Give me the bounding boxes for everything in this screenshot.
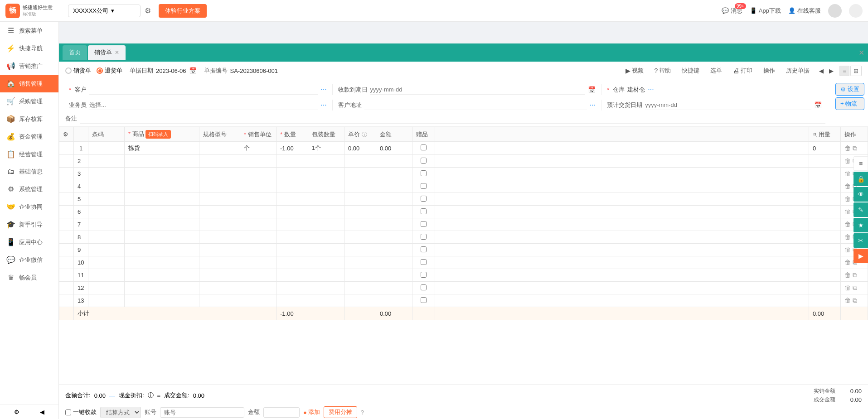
sidebar-item-wechat[interactable]: 💬 企业微信 xyxy=(0,251,58,269)
add-button[interactable]: ● 添加 xyxy=(303,408,320,416)
sidebar-item-system[interactable]: ⚙ 系统管理 xyxy=(0,180,58,198)
row-barcode[interactable] xyxy=(88,244,125,256)
gear-icon[interactable]: ⚙ xyxy=(63,131,68,138)
row-barcode[interactable] xyxy=(88,193,125,206)
row-amount[interactable]: 0.00 xyxy=(376,142,412,155)
row-amount[interactable] xyxy=(376,294,412,307)
row-unit[interactable] xyxy=(240,168,276,180)
row-spec[interactable] xyxy=(199,142,240,155)
tab-sales-order[interactable]: 销货单 ✕ xyxy=(88,45,126,60)
row-barcode[interactable] xyxy=(88,168,125,180)
row-qty[interactable] xyxy=(276,256,308,269)
tab-close-icon[interactable]: ✕ xyxy=(115,49,119,56)
company-selector[interactable]: XXXXXX公司 ▾ xyxy=(68,5,141,17)
row-price[interactable] xyxy=(344,155,376,168)
row-pkg[interactable] xyxy=(308,282,344,294)
row-pkg[interactable] xyxy=(308,256,344,269)
row-pkg[interactable] xyxy=(308,231,344,244)
row-unit[interactable] xyxy=(240,269,276,282)
delete-icon[interactable]: 🗑 xyxy=(844,284,851,292)
row-qty[interactable] xyxy=(276,282,308,294)
row-gift[interactable] xyxy=(412,282,435,294)
sidebar-item-inventory[interactable]: 📦 库存核算 xyxy=(0,110,58,128)
row-qty[interactable] xyxy=(276,168,308,180)
copy-icon[interactable]: ⧉ xyxy=(853,271,857,279)
row-spec[interactable] xyxy=(199,294,240,307)
row-pkg[interactable] xyxy=(308,193,344,206)
row-qty[interactable] xyxy=(276,269,308,282)
row-price[interactable] xyxy=(344,256,376,269)
operate-button[interactable]: 操作 xyxy=(760,65,779,76)
row-price[interactable] xyxy=(344,269,376,282)
salesperson-input[interactable] xyxy=(89,100,318,110)
settings-gear-button[interactable]: ⚙ xyxy=(141,4,155,18)
row-pkg[interactable] xyxy=(308,294,344,307)
row-unit[interactable] xyxy=(240,294,276,307)
row-price[interactable] xyxy=(344,218,376,231)
rf-btn-2[interactable]: 🔒 xyxy=(853,172,868,186)
sidebar-item-operation[interactable]: 📋 经营管理 xyxy=(0,145,58,163)
customer-addr-dots[interactable]: ··· xyxy=(590,101,596,109)
row-spec[interactable] xyxy=(199,231,240,244)
row-spec[interactable] xyxy=(199,193,240,206)
cash-discount-help[interactable]: ⓘ xyxy=(148,391,154,400)
row-unit[interactable] xyxy=(240,231,276,244)
row-unit[interactable] xyxy=(240,155,276,168)
row-qty[interactable] xyxy=(276,294,308,307)
rf-btn-5[interactable]: ★ xyxy=(853,218,868,232)
one-click-checkbox[interactable] xyxy=(65,409,71,415)
tab-home[interactable]: 首页 xyxy=(63,45,87,60)
pay-method-select[interactable]: 结算方式 xyxy=(100,407,141,418)
delete-icon[interactable]: 🗑 xyxy=(844,259,851,266)
row-spec[interactable] xyxy=(199,206,240,218)
row-gift[interactable] xyxy=(412,218,435,231)
user-avatar[interactable] xyxy=(828,4,842,18)
row-goods[interactable] xyxy=(125,282,199,294)
row-goods[interactable] xyxy=(125,218,199,231)
row-unit[interactable] xyxy=(240,244,276,256)
delete-icon[interactable]: 🗑 xyxy=(844,221,851,228)
row-barcode[interactable] xyxy=(88,231,125,244)
delete-icon[interactable]: 🗑 xyxy=(844,170,851,178)
one-click-pay[interactable]: 一键收款 xyxy=(65,408,97,416)
row-barcode[interactable] xyxy=(88,269,125,282)
row-goods[interactable] xyxy=(125,256,199,269)
delete-icon[interactable]: 🗑 xyxy=(844,208,851,216)
notification-button[interactable]: 💬 消息 99+ xyxy=(722,7,742,15)
customer-addr-input[interactable] xyxy=(364,100,587,110)
row-gift[interactable] xyxy=(412,193,435,206)
salesperson-dots[interactable]: ··· xyxy=(320,101,326,109)
row-amount[interactable] xyxy=(376,269,412,282)
radio-return[interactable]: 退货单 xyxy=(97,67,122,75)
expected-cal-icon[interactable]: 📅 xyxy=(814,101,822,109)
row-barcode[interactable] xyxy=(88,142,125,155)
online-service-button[interactable]: 👤 在线客服 xyxy=(788,7,821,15)
customer-input[interactable] xyxy=(89,85,318,95)
row-barcode[interactable] xyxy=(88,155,125,168)
window-close-button[interactable]: ✕ xyxy=(858,48,864,57)
row-qty[interactable] xyxy=(276,180,308,193)
help-button[interactable]: ? 帮助 xyxy=(651,65,675,76)
shortcut-button[interactable]: 快捷键 xyxy=(678,65,703,76)
row-qty[interactable] xyxy=(276,244,308,256)
sidebar-item-search[interactable]: ☰ 搜索菜单 xyxy=(0,22,58,39)
row-qty[interactable]: -1.00 xyxy=(276,142,308,155)
row-gift[interactable] xyxy=(412,294,435,307)
row-barcode[interactable] xyxy=(88,180,125,193)
row-goods[interactable] xyxy=(125,294,199,307)
row-pkg[interactable] xyxy=(308,168,344,180)
settings-bottom-icon[interactable]: ⚙ xyxy=(14,409,19,415)
history-button[interactable]: 历史单据 xyxy=(782,65,813,76)
sidebar-item-quicknav[interactable]: ⚡ 快捷导航 xyxy=(0,39,58,57)
row-pkg[interactable] xyxy=(308,206,344,218)
collapse-icon[interactable]: ◀ xyxy=(40,409,44,415)
row-gift[interactable] xyxy=(412,206,435,218)
delete-icon[interactable]: 🗑 xyxy=(844,157,851,165)
row-qty[interactable] xyxy=(276,193,308,206)
delete-icon[interactable]: 🗑 xyxy=(844,144,851,152)
rf-btn-6[interactable]: ✂ xyxy=(853,233,868,248)
rf-btn-4[interactable]: ✎ xyxy=(853,202,868,217)
due-date-input[interactable] xyxy=(370,85,586,95)
row-goods[interactable] xyxy=(125,206,199,218)
row-goods[interactable] xyxy=(125,180,199,193)
